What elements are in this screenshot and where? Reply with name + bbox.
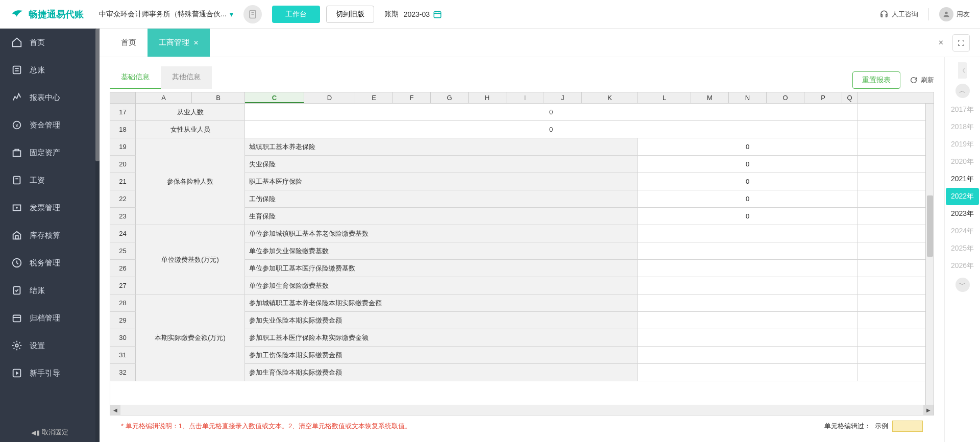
close-icon[interactable]: ✕ (193, 39, 199, 46)
col-header-C[interactable]: C (245, 92, 304, 103)
cell-value[interactable] (638, 260, 857, 277)
table-row[interactable]: 19参保各险种人数城镇职工基本养老保险0 (110, 138, 934, 156)
sidebar-item-12[interactable]: 新手引导 (0, 359, 100, 387)
vertical-scrollbar[interactable] (925, 104, 934, 405)
year-up-icon[interactable]: ︿ (955, 84, 970, 98)
refresh-button[interactable]: 刷新 (910, 76, 934, 85)
year-item[interactable]: 2018年 (946, 118, 979, 136)
select-all-corner[interactable] (110, 92, 136, 103)
sidebar-item-5[interactable]: 工资 (0, 166, 100, 194)
cell-value[interactable] (638, 347, 857, 363)
year-item[interactable]: 2024年 (946, 223, 979, 240)
cell-value[interactable]: 0 (638, 190, 857, 207)
row-number[interactable]: 29 (110, 312, 136, 329)
sidebar-item-8[interactable]: 税务管理 (0, 249, 100, 277)
year-down-icon[interactable]: ﹀ (955, 278, 970, 292)
row-number[interactable]: 21 (110, 173, 136, 190)
row-number[interactable]: 22 (110, 190, 136, 207)
sidebar-item-3[interactable]: ¥资金管理 (0, 111, 100, 139)
scroll-right-icon[interactable]: ▶ (923, 405, 934, 415)
fullscreen-icon[interactable] (952, 34, 970, 52)
sidebar-item-2[interactable]: 报表中心 (0, 84, 100, 111)
year-item[interactable]: 2023年 (946, 205, 979, 223)
sidebar-item-0[interactable]: 首页 (0, 29, 100, 56)
table-row[interactable]: 28本期实际缴费金额(万元)参加城镇职工基本养老保险本期实际缴费金额 (110, 294, 934, 312)
sidebar-item-7[interactable]: 库存核算 (0, 222, 100, 249)
reset-report-button[interactable]: 重置报表 (852, 71, 900, 89)
year-item[interactable]: 2021年 (946, 170, 979, 188)
col-header-B[interactable]: B (192, 92, 245, 103)
user-menu[interactable]: 用友 (939, 7, 970, 21)
col-header-L[interactable]: L (638, 92, 691, 103)
workspace-button[interactable]: 工作台 (272, 6, 320, 23)
logo[interactable]: 畅捷通易代账 (10, 7, 84, 21)
cell-value[interactable] (638, 242, 857, 259)
year-item[interactable]: 2025年 (946, 240, 979, 257)
period-value[interactable]: 2023-03 (404, 10, 430, 18)
cell-value[interactable]: 0 (638, 208, 857, 225)
row-number[interactable]: 32 (110, 364, 136, 381)
cell-value[interactable] (638, 329, 857, 346)
cell-value[interactable]: 0 (638, 173, 857, 190)
col-header-K[interactable]: K (582, 92, 638, 103)
row-number[interactable]: 28 (110, 294, 136, 311)
col-header-I[interactable]: I (506, 92, 544, 103)
cancel-pin-button[interactable]: ◀▮ 取消固定 (0, 423, 100, 442)
cell-value[interactable] (638, 294, 857, 311)
row-number[interactable]: 23 (110, 208, 136, 225)
company-selector[interactable]: 中审众环会计师事务所（特殊普通合伙... ▾ (99, 10, 233, 19)
sidebar-scrollbar[interactable] (95, 29, 100, 442)
table-row[interactable]: 24单位缴费基数(万元)单位参加城镇职工基本养老保险缴费基数 (110, 225, 934, 242)
row-number[interactable]: 27 (110, 277, 136, 294)
cell-value[interactable]: 0 (638, 138, 857, 155)
rail-expand-icon[interactable]: 《 (958, 62, 967, 79)
horizontal-scrollbar[interactable]: ◀ ▶ (110, 405, 934, 415)
col-header-P[interactable]: P (804, 92, 842, 103)
sidebar-item-1[interactable]: 总账 (0, 56, 100, 84)
row-number[interactable]: 19 (110, 138, 136, 155)
row-number[interactable]: 25 (110, 242, 136, 259)
col-header-E[interactable]: E (355, 92, 393, 103)
year-item[interactable]: 2017年 (946, 101, 979, 118)
cell-value[interactable]: 0 (638, 156, 857, 173)
col-header-G[interactable]: G (431, 92, 469, 103)
subtab-other-info[interactable]: 其他信息 (161, 66, 212, 89)
cell-value[interactable]: 0 (245, 121, 857, 138)
col-header-Q[interactable]: Q (842, 92, 857, 103)
year-item[interactable]: 2020年 (946, 153, 979, 170)
sidebar-item-10[interactable]: 归档管理 (0, 304, 100, 332)
sidebar-item-11[interactable]: 设置 (0, 332, 100, 359)
col-header-D[interactable]: D (304, 92, 355, 103)
cell-value[interactable] (638, 364, 857, 381)
old-version-button[interactable]: 切到旧版 (326, 6, 374, 23)
col-header-J[interactable]: J (544, 92, 582, 103)
cell-value[interactable]: 0 (245, 104, 857, 120)
scroll-left-icon[interactable]: ◀ (110, 405, 120, 415)
row-number[interactable]: 24 (110, 225, 136, 242)
year-item[interactable]: 2022年 (946, 188, 979, 205)
row-number[interactable]: 18 (110, 121, 136, 138)
table-row[interactable]: 17从业人数0 (110, 104, 934, 121)
cell-value[interactable] (638, 225, 857, 242)
subtab-basic-info[interactable]: 基础信息 (110, 66, 161, 89)
col-header-A[interactable]: A (136, 92, 192, 103)
support-link[interactable]: 人工咨询 (879, 10, 918, 19)
year-item[interactable]: 2019年 (946, 136, 979, 153)
col-header-F[interactable]: F (393, 92, 431, 103)
notebook-icon[interactable] (243, 5, 262, 23)
row-number[interactable]: 31 (110, 347, 136, 363)
row-number[interactable]: 30 (110, 329, 136, 346)
row-number[interactable]: 17 (110, 104, 136, 120)
calendar-icon[interactable] (433, 10, 442, 19)
table-row[interactable]: 18女性从业人员0 (110, 121, 934, 138)
col-header-N[interactable]: N (729, 92, 767, 103)
tab-home[interactable]: 首页 (110, 29, 148, 57)
cell-value[interactable] (638, 277, 857, 294)
year-item[interactable]: 2026年 (946, 257, 979, 275)
col-header-O[interactable]: O (767, 92, 804, 103)
tab-close-all-icon[interactable]: ✕ (932, 34, 949, 52)
row-number[interactable]: 26 (110, 260, 136, 277)
sidebar-item-6[interactable]: 发票管理 (0, 194, 100, 222)
row-number[interactable]: 20 (110, 156, 136, 173)
spreadsheet[interactable]: ABCDEFGHIJKLMNOPQ 17从业人数018女性从业人员019参保各险… (110, 92, 934, 415)
